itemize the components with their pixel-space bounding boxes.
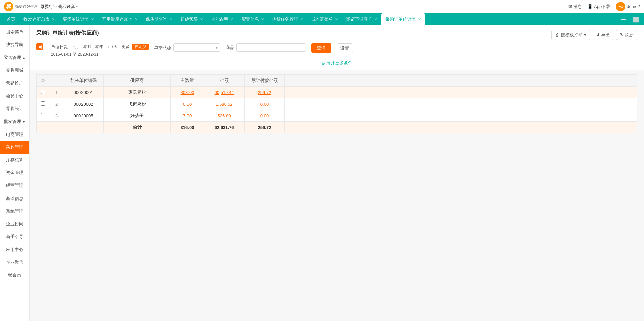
td-extra-2	[285, 98, 637, 110]
sidebar-item-retail-mgmt[interactable]: 零售管理 ▲	[0, 51, 29, 64]
sidebar-item-wholesale[interactable]: 批发管理 ▼	[0, 115, 29, 128]
date-btn-more[interactable]: 更多	[120, 43, 131, 50]
date-btn-last-month[interactable]: 上月	[70, 43, 80, 50]
sidebar-item-quick-nav[interactable]: 快捷导航	[0, 38, 29, 51]
date-btn-this-month[interactable]: 本月	[82, 43, 93, 50]
amount-link-2[interactable]: 1,586.52	[216, 102, 233, 107]
tab-pick-task-close[interactable]: ✕	[300, 17, 303, 22]
row-checkbox-2[interactable]	[41, 101, 45, 106]
amount-link-3[interactable]: 525.80	[218, 113, 231, 118]
td-amount-1[interactable]: 60,519.44	[204, 87, 245, 98]
goods-input[interactable]	[237, 44, 299, 51]
query-button[interactable]: 查询	[311, 43, 331, 53]
query-label: 查询	[317, 45, 326, 50]
nav-maximize-button[interactable]: ⬜	[631, 16, 641, 23]
sidebar-item-app-center[interactable]: 应用中心	[0, 243, 29, 256]
messages-button[interactable]: ✉ 消息	[568, 4, 582, 10]
tab-receive-pay[interactable]: 收发存汇总表 ✕	[19, 13, 59, 25]
workspace-selector[interactable]: 母婴行业演示账套	[40, 4, 78, 10]
date-btn-7days[interactable]: 近7天	[106, 43, 119, 50]
amount-link-1[interactable]: 60,519.44	[215, 90, 234, 95]
sidebar-item-purchase[interactable]: 采购管理	[0, 141, 29, 154]
th-settings[interactable]: ⚙	[37, 75, 50, 87]
qty-link-2[interactable]: 6.00	[183, 102, 192, 107]
sidebar-item-retail-shop[interactable]: 零售商城	[0, 64, 29, 77]
paid-link-3[interactable]: 0.00	[260, 113, 269, 118]
tab-order-stat[interactable]: 要货单统计表 ✕	[59, 13, 98, 25]
tab-purchase-stat-close[interactable]: ✕	[418, 17, 421, 22]
td-qty-3[interactable]: 7.00	[171, 110, 204, 122]
td-paid-2[interactable]: 0.00	[245, 98, 285, 110]
page-title: 采购订单统计表(按供应商)	[36, 30, 99, 37]
tab-inventory[interactable]: 可用量库存账本 ✕	[98, 13, 142, 25]
tab-purchase-stat[interactable]: 采购订单统计表 ✕	[381, 13, 425, 25]
td-check-3[interactable]	[37, 110, 50, 122]
nav-minimize-button[interactable]: —	[619, 16, 628, 23]
tab-receive-pay-close[interactable]: ✕	[52, 17, 55, 22]
sidebar-item-ecommerce[interactable]: 电商管理	[0, 128, 29, 141]
sidebar-item-member[interactable]: 会员中心	[0, 90, 29, 102]
tab-cost-adjust-close[interactable]: ✕	[335, 17, 338, 22]
tab-inventory-close[interactable]: ✕	[135, 17, 138, 22]
app-download-button[interactable]: 📱 App下载	[587, 4, 610, 10]
row-checkbox-1[interactable]	[41, 90, 45, 94]
sidebar-item-operation[interactable]: 经营管理	[0, 179, 29, 192]
sidebar-item-inventory-check[interactable]: 库存核算	[0, 154, 29, 166]
tab-function-close[interactable]: ✕	[230, 17, 233, 22]
tab-expiry-close[interactable]: ✕	[169, 17, 172, 22]
td-qty-1[interactable]: 303.00	[171, 87, 204, 98]
tab-pick-task[interactable]: 拣货任务管理 ✕	[268, 13, 307, 25]
user-avatar-area[interactable]: Ea demo2	[616, 2, 640, 11]
sidebar-item-vip[interactable]: 畅会员	[0, 269, 29, 281]
goods-input-more-icon[interactable]: ···	[299, 44, 306, 51]
qty-link-3[interactable]: 7.00	[183, 113, 192, 118]
qty-link-1[interactable]: 303.00	[181, 90, 194, 95]
td-amount-2[interactable]: 1,586.52	[204, 98, 245, 110]
td-amount-3[interactable]: 525.80	[204, 110, 245, 122]
td-check-2[interactable]	[37, 98, 50, 110]
paid-link-1[interactable]: 259.72	[258, 90, 271, 95]
purchase-stat-table: ⚙ 往来单位编码 供应商 主数量 金额 累计付款金额 1	[36, 74, 637, 133]
tab-invite-down[interactable]: 邀请下游客户 ✕	[342, 13, 381, 25]
sidebar-item-enterprise-wx[interactable]: 企业微信	[0, 256, 29, 269]
custom-date-tag[interactable]: 自定义	[132, 44, 149, 50]
sidebar-item-search[interactable]: 搜索英单	[0, 25, 29, 38]
expand-more-button[interactable]: ⊕ 展开更多条件	[321, 60, 353, 66]
tab-invite-down-close[interactable]: ✕	[374, 17, 377, 22]
template-print-button[interactable]: 🖨 按模板打印 ▾	[551, 30, 590, 40]
tfoot-extra	[285, 122, 637, 133]
sidebar-item-basic-info[interactable]: 基础信息	[0, 192, 29, 205]
tab-overstock[interactable]: 超储预警 ✕	[176, 13, 207, 25]
tab-expiry[interactable]: 保质期查询 ✕	[142, 13, 176, 25]
td-paid-3[interactable]: 0.00	[245, 110, 285, 122]
date-btn-this-year[interactable]: 本年	[94, 43, 105, 50]
tab-cost-adjust[interactable]: 成本调整单 ✕	[307, 13, 342, 25]
tab-inventory-label: 可用量库存账本	[102, 16, 132, 22]
td-qty-2[interactable]: 6.00	[171, 98, 204, 110]
tab-function[interactable]: 功能说明 ✕	[207, 13, 237, 25]
sidebar-item-marketing[interactable]: 营销推广	[0, 77, 29, 90]
tab-order-stat-close[interactable]: ✕	[91, 17, 94, 22]
row-checkbox-3[interactable]	[41, 113, 45, 117]
sidebar-item-newcomer[interactable]: 新手引导	[0, 230, 29, 243]
sidebar-label-enterprise: 企业协同	[6, 221, 23, 226]
tab-overstock-close[interactable]: ✕	[200, 17, 203, 22]
paid-link-2[interactable]: 0.00	[260, 102, 269, 107]
tab-config[interactable]: 配置信息 ✕	[237, 13, 268, 25]
refresh-button[interactable]: ↻ 刷新	[616, 30, 637, 40]
sidebar-item-system[interactable]: 系统管理	[0, 205, 29, 218]
td-check-1[interactable]	[37, 87, 50, 98]
filter-toggle-button[interactable]: ◀	[36, 43, 43, 50]
table-settings-icon[interactable]: ⚙	[41, 78, 45, 83]
tab-home[interactable]: 首页	[3, 13, 19, 25]
settings-button[interactable]: 设置	[337, 43, 353, 53]
sidebar-item-fund[interactable]: 资金管理	[0, 166, 29, 179]
sidebar-item-retail-stat[interactable]: 零售统计	[0, 102, 29, 115]
tab-config-close[interactable]: ✕	[261, 17, 264, 22]
top-bar-left: 标 畅捷通好生意 母婴行业演示账套	[4, 2, 78, 11]
sidebar-item-enterprise[interactable]: 企业协同	[0, 218, 29, 230]
goods-label: 商品	[226, 45, 234, 51]
td-paid-1[interactable]: 259.72	[245, 87, 285, 98]
export-button[interactable]: ⬇ 导出	[593, 30, 614, 40]
status-select[interactable]: 待审核 已审核 已关闭	[173, 43, 220, 52]
